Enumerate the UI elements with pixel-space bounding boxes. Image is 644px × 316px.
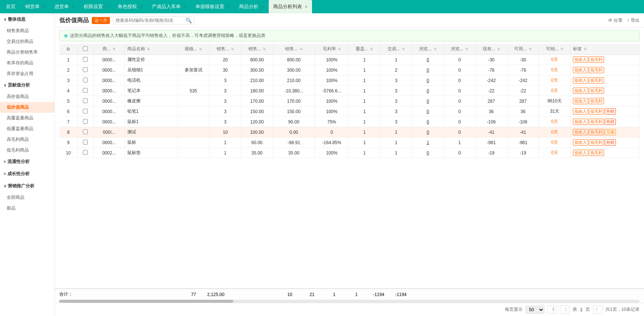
nav-purchase[interactable]: 进货单 × <box>50 0 78 13</box>
browse-link[interactable]: 0 <box>427 109 429 114</box>
row-checkbox[interactable] <box>78 55 94 65</box>
pagination: 每页显示 50 100 200 《 〈 第 1 页 〉 共1页，10条记录 <box>55 303 644 316</box>
row-select-checkbox[interactable] <box>83 57 88 62</box>
row-browse1[interactable]: 0 <box>412 106 444 117</box>
row-checkbox[interactable] <box>78 137 94 148</box>
row-checkbox[interactable] <box>78 75 94 86</box>
th-tags[interactable]: 标签 ⇅ <box>570 44 639 55</box>
th-available[interactable]: 可用... ⇅ <box>507 44 539 55</box>
sidebar-item-category-rate[interactable]: 商品分类销售率 <box>0 47 54 58</box>
browse-link[interactable]: 1 <box>427 140 429 145</box>
settings-icon[interactable]: ⚙ <box>66 47 70 52</box>
nav-permission[interactable]: 权限设置 × <box>79 0 113 13</box>
sidebar-section-overview[interactable]: ∨ 整体信息 <box>0 13 54 26</box>
row-select-checkbox[interactable] <box>83 119 88 124</box>
row-browse1[interactable]: 0 <box>412 148 444 158</box>
export-button[interactable]: ↑ 导出 <box>627 17 640 24</box>
row-checkbox[interactable] <box>78 86 94 96</box>
th-margin[interactable]: 毛利率 ⇅ <box>315 44 349 55</box>
next-page-button[interactable]: 〉 <box>593 305 603 314</box>
search-icon[interactable]: 🔍 <box>185 17 192 23</box>
row-browse1[interactable]: 0 <box>412 55 444 65</box>
sidebar-item-stock-fund[interactable]: 库存资金占用 <box>0 68 54 79</box>
row-browse1[interactable]: 0 <box>412 96 444 106</box>
row-select-checkbox[interactable] <box>83 150 88 155</box>
th-cover[interactable]: 覆盖... ⇅ <box>349 44 380 55</box>
nav-analysis[interactable]: 商品分析 × <box>235 0 268 13</box>
sidebar-item-low-value[interactable]: 低价值商品 <box>0 102 54 113</box>
row-browse1[interactable]: 0 <box>412 75 444 86</box>
sidebar-item-sales-goods[interactable]: 销售类商品 <box>0 26 54 36</box>
row-select-checkbox[interactable] <box>83 67 88 72</box>
browse-link[interactable]: 0 <box>427 57 429 62</box>
total-info: 共1页，10条记录 <box>606 306 640 313</box>
th-sellable[interactable]: 可销... ⇅ <box>539 44 571 55</box>
share-button[interactable]: ⟳ 分享 <box>608 17 623 24</box>
nav-template[interactable]: 单据模板设置 × <box>191 0 234 13</box>
prev-page-button[interactable]: 〈 <box>560 305 570 314</box>
th-code[interactable]: 商... ⇅ <box>93 44 125 55</box>
search-input[interactable] <box>115 18 185 23</box>
nav-role[interactable]: 角色授权 × <box>113 0 147 13</box>
th-trade[interactable]: 交易... ⇅ <box>380 44 412 55</box>
row-checkbox[interactable] <box>78 96 94 106</box>
row-checkbox[interactable] <box>78 65 94 75</box>
nav-analysis-list[interactable]: 商品分析列表 × <box>269 0 312 13</box>
row-checkbox[interactable] <box>78 106 94 117</box>
nav-home[interactable]: 首页 <box>1 0 20 13</box>
sidebar-item-high-coverage[interactable]: 高覆盖量商品 <box>0 113 54 123</box>
sidebar-section-contribution[interactable]: ∨ 贡献值分析 <box>0 79 54 91</box>
sidebar-section-circulation[interactable]: > 流通性分析 <box>0 156 54 168</box>
sidebar-section-marketing[interactable]: ∨ 营销推广分析 <box>0 180 54 192</box>
browse-link[interactable]: 0 <box>427 88 429 94</box>
first-page-button[interactable]: 《 <box>547 305 557 314</box>
sidebar-item-low-coverage[interactable]: 低覆盖量商品 <box>0 123 54 134</box>
th-sale1[interactable]: 销售... ⇅ <box>209 44 241 55</box>
th-checkbox[interactable] <box>78 44 94 55</box>
sidebar-item-all-goods[interactable]: 全部商品 <box>0 192 54 203</box>
nav-product[interactable]: 产成品入库单 × <box>147 0 190 13</box>
per-page-select[interactable]: 50 100 200 <box>526 306 544 314</box>
th-settings[interactable]: ⚙ <box>59 44 78 55</box>
row-select-checkbox[interactable] <box>83 98 88 103</box>
row-browse1[interactable]: 0 <box>412 86 444 96</box>
row-checkbox[interactable] <box>78 117 94 127</box>
row-checkbox[interactable] <box>78 148 94 158</box>
sidebar-section-growth[interactable]: > 成长性分析 <box>0 168 54 180</box>
row-select-checkbox[interactable] <box>83 129 88 134</box>
sidebar-item-new-goods[interactable]: 新品 <box>0 203 54 214</box>
sidebar-item-low-margin[interactable]: 低毛利商品 <box>0 145 54 156</box>
row-browse1[interactable]: 0 <box>412 65 444 75</box>
th-browse2[interactable]: 浏览... ⇅ <box>444 44 476 55</box>
browse-link[interactable]: 0 <box>427 99 429 104</box>
sidebar-item-high-value[interactable]: 高价值商品 <box>0 91 54 102</box>
browse-link[interactable]: 0 <box>427 78 429 83</box>
sidebar-item-stock-goods[interactable]: 有库存的商品 <box>0 58 54 68</box>
row-name: 电话机 <box>125 75 177 86</box>
th-current[interactable]: 现有... ⇅ <box>476 44 507 55</box>
nav-sales[interactable]: 销货单 × <box>21 0 49 13</box>
browse-link[interactable]: 0 <box>427 130 429 135</box>
th-browse1[interactable]: 浏览... ⇅ <box>412 44 444 55</box>
time-badge[interactable]: 近一月 <box>92 17 110 24</box>
browse-link[interactable]: 0 <box>427 119 429 125</box>
row-browse1[interactable]: 1 <box>412 137 444 148</box>
browse-link[interactable]: 0 <box>427 68 429 73</box>
th-sale2[interactable]: 销售... ⇅ <box>241 44 273 55</box>
row-select-checkbox[interactable] <box>83 78 88 82</box>
search-box[interactable]: 🔍 <box>113 16 194 24</box>
th-name[interactable]: 商品名称 ⇅ <box>125 44 177 55</box>
row-checkbox[interactable] <box>78 127 94 137</box>
row-select-checkbox[interactable] <box>83 140 88 145</box>
th-spec[interactable]: 规格... ⇅ <box>177 44 209 55</box>
row-sale2: 180.00 <box>241 86 273 96</box>
row-browse1[interactable]: 0 <box>412 127 444 137</box>
sidebar-item-high-margin[interactable]: 高毛利商品 <box>0 134 54 145</box>
row-select-checkbox[interactable] <box>83 88 88 93</box>
th-sale3[interactable]: 销售... ⇅ <box>273 44 315 55</box>
row-browse1[interactable]: 0 <box>412 117 444 127</box>
browse-link[interactable]: 0 <box>427 150 429 156</box>
row-select-checkbox[interactable] <box>83 109 88 113</box>
sidebar-item-traded-goods[interactable]: 交易过的商品 <box>0 36 54 47</box>
select-all-checkbox[interactable] <box>83 46 88 51</box>
